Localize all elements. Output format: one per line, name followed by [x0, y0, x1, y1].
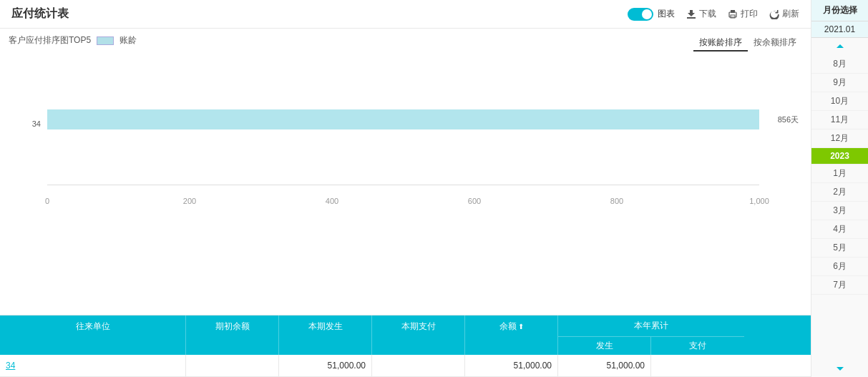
th2-opening — [186, 337, 279, 355]
sidebar-item-5[interactable]: 5月 — [811, 239, 868, 258]
chart-area: 客户应付排序图TOP5 账龄 按账龄排序 按余额排序 34 856天 — [0, 29, 811, 315]
sort-by-amount-btn[interactable]: 按余额排序 — [748, 35, 802, 52]
sidebar-item-2[interactable]: 2月 — [811, 183, 868, 202]
month-list: 8月 9月 10月 11月 12月 2023 1月 2月 3月 4月 5月 6月… — [811, 55, 868, 360]
download-label: 下载 — [699, 8, 716, 20]
vendor-link[interactable]: 34 — [6, 361, 15, 371]
chart-legend: 客户应付排序图TOP5 账龄 — [9, 34, 137, 46]
svg-rect-2 — [731, 10, 735, 13]
print-label: 打印 — [741, 8, 758, 20]
table-header-row1: 往来单位 期初余额 本期发生 本期支付 余额 ⬆ 本年累计 — [0, 315, 811, 337]
refresh-button[interactable]: 刷新 — [769, 8, 799, 20]
sidebar-header: 月份选择 — [811, 0, 868, 21]
chevron-down-icon — [834, 363, 846, 374]
legend-label: 客户应付排序图TOP5 — [9, 34, 91, 46]
refresh-icon — [769, 9, 779, 19]
sort-buttons: 按账龄排序 按余额排序 — [693, 35, 802, 52]
table-row: 34 51,000.00 51,000.00 51,000.00 — [0, 355, 811, 377]
x-label-1000: 1,000 — [749, 197, 769, 205]
x-label-800: 800 — [610, 197, 623, 205]
table-area: 往来单位 期初余额 本期发生 本期支付 余额 ⬆ 本年累计 — [0, 315, 811, 377]
print-button[interactable]: 打印 — [728, 8, 758, 20]
x-label-600: 600 — [468, 197, 481, 205]
x-label-0: 0 — [45, 197, 49, 205]
th2-annual-pay: 支付 — [651, 337, 744, 355]
svg-rect-0 — [687, 17, 696, 19]
th-occur: 本期发生 — [279, 315, 372, 337]
sidebar-current-period[interactable]: 2021.01 — [811, 21, 868, 38]
th2-pay — [372, 337, 465, 355]
sidebar-item-11[interactable]: 11月 — [811, 111, 868, 129]
sidebar-item-3[interactable]: 3月 — [811, 202, 868, 220]
app-header: 应付统计表 图表 下载 — [0, 0, 811, 29]
sidebar-item-4[interactable]: 4月 — [811, 220, 868, 239]
sidebar-up-btn[interactable] — [811, 38, 868, 55]
th2-occur — [279, 337, 372, 355]
th-annual-label: 本年累计 — [558, 315, 744, 337]
th-vendor: 往来单位 — [0, 315, 186, 337]
th2-vendor — [0, 337, 186, 355]
chart-toggle-container[interactable]: 图表 — [628, 8, 675, 21]
th-opening: 期初余额 — [186, 315, 279, 337]
td-annual-occur: 51,000.00 — [558, 355, 651, 376]
td-pay — [372, 355, 465, 376]
sidebar-item-2023[interactable]: 2023 — [811, 148, 868, 165]
sidebar-down-btn[interactable] — [811, 360, 868, 377]
th2-annual-occur: 发生 — [558, 337, 651, 355]
balance-sort-icon: ⬆ — [518, 323, 524, 331]
td-vendor: 34 — [0, 355, 186, 376]
sidebar-item-10[interactable]: 10月 — [811, 92, 868, 111]
bar-right-label: 856天 — [778, 114, 799, 125]
header-actions: 图表 下载 打印 — [628, 8, 799, 21]
legend-color-label: 账龄 — [120, 34, 137, 46]
sidebar-item-8[interactable]: 8月 — [811, 55, 868, 74]
sidebar-item-12[interactable]: 12月 — [811, 129, 868, 148]
th-annual-group: 本年累计 — [558, 315, 744, 337]
sidebar-item-1[interactable]: 1月 — [811, 165, 868, 183]
sidebar-item-9[interactable]: 9月 — [811, 74, 868, 92]
td-annual-pay — [651, 355, 744, 376]
right-sidebar: 月份选择 2021.01 8月 9月 10月 11月 12月 2023 1月 2… — [811, 0, 868, 377]
page-title: 应付统计表 — [11, 6, 69, 21]
sidebar-item-6[interactable]: 6月 — [811, 258, 868, 276]
chart-toggle[interactable] — [628, 8, 653, 21]
td-occur: 51,000.00 — [279, 355, 372, 376]
legend-color — [97, 36, 114, 45]
table-header-row2: 发生 支付 — [0, 337, 811, 355]
x-axis-line — [47, 185, 759, 185]
download-button[interactable]: 下载 — [686, 8, 716, 20]
th-balance: 余额 ⬆ — [465, 315, 558, 337]
print-icon — [728, 9, 738, 19]
td-balance: 51,000.00 — [465, 355, 558, 376]
download-icon — [686, 9, 696, 19]
td-opening — [186, 355, 279, 376]
chart-bar: 856天 — [47, 109, 759, 129]
chart-toggle-label: 图表 — [658, 8, 675, 20]
x-label-200: 200 — [183, 197, 196, 205]
sort-by-balance-btn[interactable]: 按账龄排序 — [693, 35, 748, 52]
x-label-400: 400 — [326, 197, 338, 205]
th2-balance — [465, 337, 558, 355]
y-axis-label: 34 — [16, 119, 41, 128]
th-pay: 本期支付 — [372, 315, 465, 337]
chevron-up-icon — [834, 41, 846, 52]
refresh-label: 刷新 — [782, 8, 799, 20]
sidebar-item-7[interactable]: 7月 — [811, 276, 868, 295]
chart-visualization: 34 856天 0 200 400 600 800 1,000 — [16, 57, 802, 200]
